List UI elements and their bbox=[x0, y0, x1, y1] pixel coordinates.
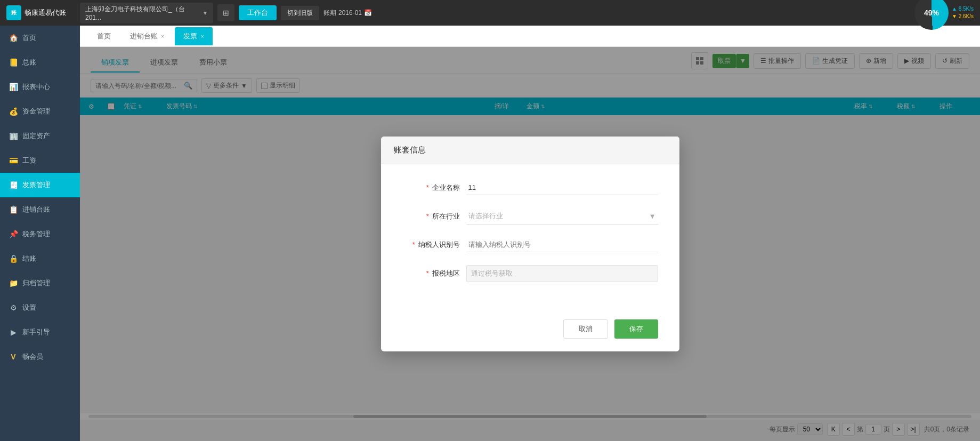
sidebar-item-purchase[interactable]: 📋 进销台账 bbox=[0, 197, 80, 222]
old-version-button[interactable]: 切到旧版 bbox=[281, 6, 319, 20]
input-tax-id[interactable] bbox=[466, 237, 658, 252]
sidebar-label-closing: 结账 bbox=[22, 254, 36, 263]
period-display: 账期 2016-01 📅 bbox=[323, 9, 372, 18]
sidebar-label-home: 首页 bbox=[22, 33, 36, 43]
speed-nums: ▲ 8.5K/s ▼ 2.6K/s bbox=[952, 5, 974, 20]
sidebar-item-reports[interactable]: 📊 报表中心 bbox=[0, 75, 80, 99]
form-row-taxregion: * 报税地区 通过税号获取 bbox=[402, 265, 658, 282]
modal-body: * 企业名称 * 所在行业 请选择行业 bbox=[381, 164, 679, 311]
sidebar-label-invoice: 发票管理 bbox=[22, 180, 50, 190]
input-company-name[interactable] bbox=[466, 180, 658, 195]
modal-footer: 取消 保存 bbox=[381, 311, 679, 351]
topbar-right: 49% ▲ 8.5K/s ▼ 2.6K/s bbox=[914, 0, 974, 30]
member-icon: V bbox=[9, 352, 18, 362]
sidebar-item-member[interactable]: V 畅会员 bbox=[0, 344, 80, 369]
archive-icon: 📁 bbox=[9, 278, 18, 288]
workbench-button[interactable]: 工作台 bbox=[239, 5, 277, 20]
sidebar-label-funds: 资金管理 bbox=[22, 107, 50, 116]
sidebar-item-closing[interactable]: 🔒 结账 bbox=[0, 246, 80, 271]
sidebar-item-ledger[interactable]: 📒 总账 bbox=[0, 50, 80, 75]
sidebar-item-funds[interactable]: 💰 资金管理 bbox=[0, 99, 80, 124]
sidebar-item-tax[interactable]: 📌 税务管理 bbox=[0, 222, 80, 246]
select-industry[interactable]: 请选择行业 ▼ bbox=[466, 208, 658, 224]
home-icon: 🏠 bbox=[9, 33, 18, 43]
reports-icon: 📊 bbox=[9, 82, 18, 92]
tax-icon: 📌 bbox=[9, 229, 18, 239]
form-row-industry: * 所在行业 请选择行业 ▼ bbox=[402, 208, 658, 224]
speed-circle: 49% bbox=[914, 0, 949, 30]
company-selector[interactable]: 上海卯金刀电子科技有限公司_（台201... ▼ bbox=[80, 3, 213, 23]
speed-indicator: 49% ▲ 8.5K/s ▼ 2.6K/s bbox=[914, 0, 974, 30]
tab-purchase[interactable]: 进销台账 × bbox=[122, 27, 173, 45]
calendar-icon[interactable]: 📅 bbox=[364, 9, 372, 17]
assets-icon: 🏢 bbox=[9, 131, 18, 141]
logo-icon: 账 bbox=[6, 5, 21, 20]
sidebar-label-member: 畅会员 bbox=[22, 352, 43, 362]
ledger-icon: 📒 bbox=[9, 58, 18, 67]
speed-up: ▲ 8.5K/s bbox=[952, 5, 974, 13]
main-area: 首页 进销台账 × 发票 × 销项发票 进项发票 费用小 bbox=[80, 26, 980, 441]
modal-overlay: 账套信息 * 企业名称 bbox=[80, 47, 980, 441]
salary-icon: 💳 bbox=[9, 156, 18, 165]
save-button[interactable]: 保存 bbox=[614, 319, 658, 339]
sidebar-item-guide[interactable]: ▶ 新手引导 bbox=[0, 320, 80, 344]
tab-home[interactable]: 首页 bbox=[88, 27, 119, 45]
settings-icon: ⚙ bbox=[9, 303, 18, 312]
sidebar: 🏠 首页 📒 总账 📊 报表中心 💰 资金管理 🏢 固定资产 💳 工资 🧾 发票… bbox=[0, 26, 80, 441]
label-taxregion: * 报税地区 bbox=[402, 269, 466, 278]
sidebar-label-settings: 设置 bbox=[22, 303, 36, 312]
sidebar-label-salary: 工资 bbox=[22, 156, 36, 165]
sidebar-item-home[interactable]: 🏠 首页 bbox=[0, 26, 80, 50]
dropdown-chevron-icon: ▼ bbox=[649, 212, 656, 220]
form-row-company: * 企业名称 bbox=[402, 180, 658, 195]
tabbar: 首页 进销台账 × 发票 × bbox=[80, 26, 980, 47]
app-logo: 账 畅康通易代账 bbox=[6, 5, 76, 20]
sidebar-label-reports: 报表中心 bbox=[22, 82, 50, 92]
cancel-button[interactable]: 取消 bbox=[563, 319, 608, 339]
sidebar-item-archive[interactable]: 📁 归档管理 bbox=[0, 271, 80, 295]
tab-invoice[interactable]: 发票 × bbox=[175, 27, 212, 45]
sidebar-label-guide: 新手引导 bbox=[22, 327, 50, 337]
guide-icon: ▶ bbox=[9, 327, 18, 337]
sidebar-label-ledger: 总账 bbox=[22, 58, 36, 67]
sidebar-label-purchase: 进销台账 bbox=[22, 205, 50, 214]
sidebar-label-assets: 固定资产 bbox=[22, 131, 50, 141]
company-dropdown-arrow: ▼ bbox=[203, 10, 208, 16]
sidebar-item-settings[interactable]: ⚙ 设置 bbox=[0, 295, 80, 320]
copy-icon-btn[interactable]: ⊞ bbox=[217, 4, 234, 21]
modal: 账套信息 * 企业名称 bbox=[381, 137, 679, 351]
funds-icon: 💰 bbox=[9, 107, 18, 116]
tax-region-disabled: 通过税号获取 bbox=[466, 265, 658, 282]
sidebar-item-assets[interactable]: 🏢 固定资产 bbox=[0, 124, 80, 148]
company-name: 上海卯金刀电子科技有限公司_（台201... bbox=[85, 5, 200, 21]
speed-down: ▼ 2.6K/s bbox=[952, 13, 974, 20]
content-area: 销项发票 进项发票 费用小票 取票 ▼ bbox=[80, 47, 980, 441]
app-title: 畅康通易代账 bbox=[25, 8, 66, 18]
purchase-icon: 📋 bbox=[9, 205, 18, 214]
sidebar-item-salary[interactable]: 💳 工资 bbox=[0, 148, 80, 173]
layout: 🏠 首页 📒 总账 📊 报表中心 💰 资金管理 🏢 固定资产 💳 工资 🧾 发票… bbox=[0, 26, 980, 441]
label-company: * 企业名称 bbox=[402, 183, 466, 193]
industry-placeholder: 请选择行业 bbox=[468, 211, 503, 221]
sidebar-item-invoice[interactable]: 🧾 发票管理 bbox=[0, 173, 80, 197]
label-industry: * 所在行业 bbox=[402, 212, 466, 221]
label-taxid: * 纳税人识别号 bbox=[402, 240, 466, 250]
tab-purchase-close[interactable]: × bbox=[161, 33, 164, 39]
sidebar-label-archive: 归档管理 bbox=[22, 278, 50, 288]
closing-icon: 🔒 bbox=[9, 254, 18, 263]
modal-header: 账套信息 bbox=[381, 137, 679, 164]
modal-title: 账套信息 bbox=[394, 145, 426, 154]
sidebar-label-tax: 税务管理 bbox=[22, 229, 50, 239]
invoice-icon: 🧾 bbox=[9, 180, 18, 190]
tab-invoice-close[interactable]: × bbox=[200, 33, 204, 39]
form-row-taxid: * 纳税人识别号 bbox=[402, 237, 658, 252]
topbar: 账 畅康通易代账 上海卯金刀电子科技有限公司_（台201... ▼ ⊞ 工作台 … bbox=[0, 0, 980, 26]
